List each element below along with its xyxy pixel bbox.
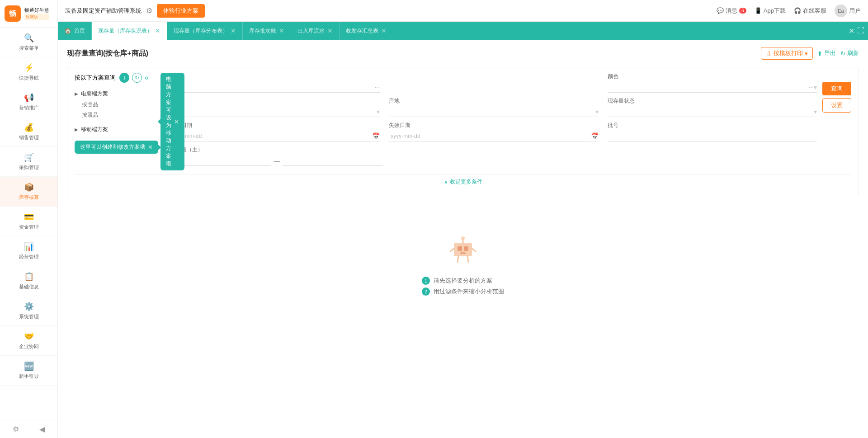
sidebar-item-inventory[interactable]: 📦 库存核算 <box>0 177 57 207</box>
tab-recv-send[interactable]: 收发存汇总表 ✕ <box>340 22 393 40</box>
sidebar-logo: 畅 畅通好生意 标准版 <box>0 0 57 28</box>
production-date-input[interactable] <box>170 131 372 141</box>
settings-icon[interactable]: ⚙ <box>13 425 19 433</box>
tab-in-out-flow[interactable]: 出入库流水 ✕ <box>291 22 340 40</box>
refresh-scheme-btn[interactable]: ↻ <box>132 73 142 83</box>
size-expand-icon[interactable]: ▾ <box>377 108 380 115</box>
sidebar-item-sales[interactable]: 💰 销售管理 <box>0 117 57 147</box>
sidebar-item-finance[interactable]: 💳 资金管理 <box>0 207 57 236</box>
tab-inventory-status[interactable]: 现存量（库存状况表） ✕ <box>92 22 167 40</box>
stock-amount-max-input[interactable] <box>283 155 383 165</box>
collapse-sidebar-icon[interactable]: ◀ <box>39 425 45 433</box>
logo-badge: 标准版 <box>24 14 49 20</box>
sidebar-item-purchase[interactable]: 🛒 采购管理 <box>0 147 57 177</box>
scheme-mobile-header[interactable]: ▶ 移动端方案 <box>75 124 165 135</box>
enterprise-icon: 🤝 <box>24 331 34 341</box>
fullscreen-icon[interactable]: ⛶ <box>857 27 864 35</box>
tabbar: 🏠 首页 现存量（库存状况表） ✕ 现存量（库存分布表） ✕ 库存批次账 ✕ 出… <box>58 22 868 40</box>
sidebar-item-enterprise[interactable]: 🤝 企业协同 <box>0 326 57 356</box>
sidebar-item-search[interactable]: 🔍 搜索菜单 <box>0 28 57 57</box>
sidebar-item-label: 采购管理 <box>19 164 39 171</box>
sidebar-item-label: 快捷导航 <box>19 75 39 81</box>
color-input[interactable] <box>608 82 809 92</box>
collapse-btn[interactable]: ∧ 收起更多条件 <box>75 178 851 186</box>
tab-inventory-batch-close[interactable]: ✕ <box>279 27 284 34</box>
marketing-icon: 📢 <box>24 93 34 103</box>
edit-scheme-tooltip-close[interactable]: ✕ <box>148 144 153 151</box>
sidebar-item-basicinfo[interactable]: 📋 基础信息 <box>0 266 57 296</box>
tab-inventory-status-close[interactable]: ✕ <box>155 27 160 34</box>
app-download-item[interactable]: 📱 App下载 <box>755 7 786 15</box>
empty-steps: 1 请先选择要分析的方案 2 用过滤条件来缩小分析范围 <box>422 277 504 298</box>
scheme-group-desktop: ▶ 电脑端方案 按照品 按照品 <box>75 88 165 120</box>
tab-in-out-flow-close[interactable]: ✕ <box>327 27 333 34</box>
filter-header-btns: + ↻ « <box>119 73 149 83</box>
batch-no-input[interactable] <box>608 131 817 141</box>
field-batch-no: 批号 <box>608 122 817 141</box>
scheme-tooltip-close[interactable]: ✕ <box>174 118 179 125</box>
main-area: 装备及固定资产辅助管理系统 ⚙ 体验行业方案 💬 消息 6 📱 App下载 🎧 … <box>58 0 868 438</box>
tab-inventory-batch[interactable]: 库存批次账 ✕ <box>243 22 291 40</box>
tab-recv-send-close[interactable]: ✕ <box>381 27 387 34</box>
scheme-desktop-item1[interactable]: 按照品 <box>75 99 165 110</box>
export-label: 导出 <box>824 49 836 57</box>
inventory-status-input[interactable] <box>608 107 814 117</box>
topbar-right: 💬 消息 6 📱 App下载 🎧 在线客服 Ea 用户 <box>717 5 861 17</box>
scheme-desktop-item2[interactable]: 按照品 <box>75 110 165 120</box>
sidebar-bottom: ⚙ ◀ <box>0 420 57 438</box>
expiry-date-calendar-icon[interactable]: 📅 <box>591 132 599 140</box>
size-input[interactable] <box>170 107 377 117</box>
scheme-mobile-label: 移动端方案 <box>81 126 108 133</box>
sidebar-item-marketing[interactable]: 📢 营销推广 <box>0 87 57 117</box>
tab-inventory-dist-close[interactable]: ✕ <box>231 27 236 34</box>
search-btn[interactable]: 查询 <box>822 82 851 95</box>
inventory-status-label: 现存量状态 <box>608 97 817 105</box>
filter-fields-area: 商品 ··· 颜色 <box>170 73 817 170</box>
online-support-item[interactable]: 🎧 在线客服 <box>794 7 826 15</box>
inventory-status-expand-icon[interactable]: ▾ <box>814 108 817 115</box>
tab-home[interactable]: 🏠 首页 <box>58 22 92 40</box>
empty-step-1: 1 请先选择要分析的方案 <box>422 277 504 285</box>
origin-expand-icon[interactable]: ▾ <box>595 108 599 115</box>
scheme-tooltip-text: 电脑方案可设为移动方案哦 <box>166 75 171 168</box>
sidebar-item-quicknav[interactable]: ⚡ 快捷导航 <box>0 57 57 87</box>
refresh-btn[interactable]: ↻ 刷新 <box>840 49 859 57</box>
color-expand-icon[interactable]: ▾ <box>814 84 817 91</box>
export-btn[interactable]: ⬆ 导出 <box>817 49 836 57</box>
filter-header: 按以下方案查询 + ↻ « <box>75 73 165 83</box>
svg-line-7 <box>472 249 476 251</box>
sidebar-item-operations[interactable]: 📊 经营管理 <box>0 236 57 266</box>
add-scheme-btn[interactable]: + <box>119 73 129 83</box>
scheme-desktop-header[interactable]: ▶ 电脑端方案 <box>75 88 165 99</box>
reset-btn[interactable]: 设置 <box>822 98 851 113</box>
filter-row-3: 生产日期 📅 失效日期 📅 <box>170 122 817 141</box>
svg-line-8 <box>458 256 458 262</box>
user-item[interactable]: Ea 用户 <box>835 5 861 17</box>
expiry-date-input[interactable] <box>389 131 590 141</box>
notifications-item[interactable]: 💬 消息 6 <box>717 7 746 15</box>
back-btn[interactable]: « <box>145 74 149 82</box>
system-icon: ⚙️ <box>24 301 34 311</box>
experience-btn[interactable]: 体验行业方案 <box>157 4 205 18</box>
scheme-desktop-label: 电脑端方案 <box>81 90 108 98</box>
goods-input[interactable] <box>170 82 375 92</box>
topbar: 装备及固定资产辅助管理系统 ⚙ 体验行业方案 💬 消息 6 📱 App下载 🎧 … <box>58 0 868 22</box>
production-date-calendar-icon[interactable]: 📅 <box>372 132 380 140</box>
svg-point-5 <box>461 236 465 240</box>
svg-rect-2 <box>464 246 468 251</box>
goods-more-icon[interactable]: ··· <box>375 84 380 91</box>
sidebar-menu: 🔍 搜索菜单 ⚡ 快捷导航 📢 营销推广 💰 销售管理 🛒 采购管理 📦 库存核… <box>0 28 57 420</box>
sidebar-item-guide[interactable]: 🆕 新手引导 <box>0 356 57 386</box>
page-header: 现存量查询(按仓库+商品) 🖨 按模板打印 ▾ ⬆ 导出 ↻ 刷新 <box>67 47 859 60</box>
close-all-tabs-icon[interactable]: ✕ <box>849 27 854 35</box>
tab-inventory-dist[interactable]: 现存量（库存分布表） ✕ <box>167 22 243 40</box>
origin-input[interactable] <box>389 107 595 117</box>
color-dropdown-icon[interactable]: ··· <box>808 84 814 91</box>
filter-section: 按以下方案查询 + ↻ « 电脑方案可设为移动方案哦 ✕ <box>67 67 859 195</box>
stock-amount-min-input[interactable] <box>170 155 271 165</box>
template-print-btn[interactable]: 🖨 按模板打印 ▾ <box>761 47 813 60</box>
topbar-settings-icon[interactable]: ⚙ <box>146 6 152 15</box>
basicinfo-icon: 📋 <box>24 272 34 282</box>
scheme-group-mobile: ▶ 移动端方案 <box>75 124 165 135</box>
sidebar-item-system[interactable]: ⚙️ 系统管理 <box>0 296 57 326</box>
